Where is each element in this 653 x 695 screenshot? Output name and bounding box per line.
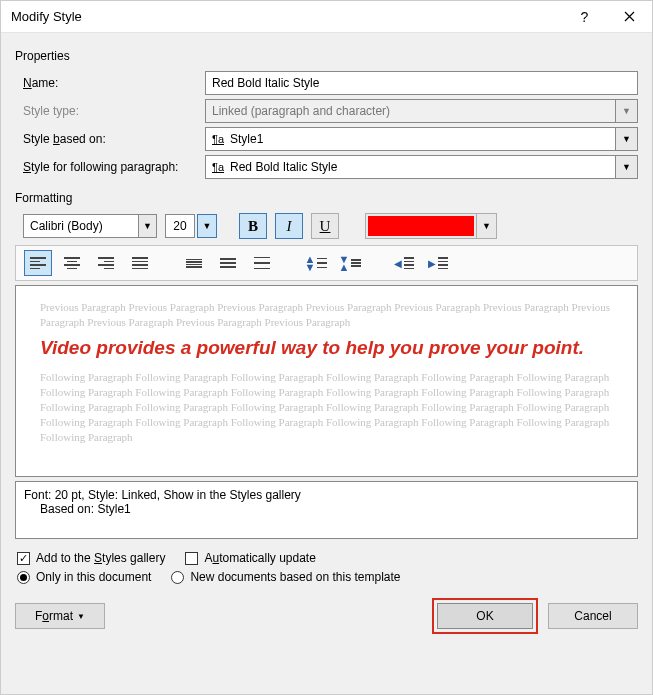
new-docs-radio[interactable]: New documents based on this template — [171, 570, 400, 584]
paragraph-toolbar: ▲▼ ▼▲ ◀ ▶ — [15, 245, 638, 281]
description-line: Based on: Style1 — [24, 502, 629, 516]
bold-button[interactable]: B — [239, 213, 267, 239]
spacing-1-button[interactable] — [180, 250, 208, 276]
cancel-button[interactable]: Cancel — [548, 603, 638, 629]
chevron-down-icon[interactable]: ▼ — [615, 128, 637, 150]
format-button[interactable]: Format ▼ — [15, 603, 105, 629]
preview-sample-text: Video provides a powerful way to help yo… — [40, 336, 613, 361]
chevron-down-icon: ▼ — [615, 100, 637, 122]
only-this-doc-radio[interactable]: Only in this document — [17, 570, 151, 584]
chevron-down-icon[interactable]: ▼ — [476, 214, 496, 238]
following-label: Style for following paragraph: — [15, 160, 205, 174]
ok-highlight: OK — [432, 598, 538, 634]
space-before-inc-button[interactable]: ▲▼ — [302, 250, 330, 276]
ok-button[interactable]: OK — [437, 603, 533, 629]
titlebar: Modify Style ? — [1, 1, 652, 33]
font-size-combo[interactable]: 20 ▼ — [165, 214, 217, 238]
underline-button[interactable]: U — [311, 213, 339, 239]
close-button[interactable] — [607, 1, 652, 33]
checkbox-icon — [185, 552, 198, 565]
window-controls: ? — [562, 1, 652, 33]
type-combo: Linked (paragraph and character) ▼ — [205, 99, 638, 123]
help-button[interactable]: ? — [562, 1, 607, 33]
color-swatch — [366, 214, 476, 238]
font-name-combo[interactable]: Calibri (Body) ▼ — [23, 214, 157, 238]
name-input[interactable] — [205, 71, 638, 95]
spacing-15-button[interactable] — [214, 250, 242, 276]
indent-increase-button[interactable]: ▶ — [424, 250, 452, 276]
font-color-picker[interactable]: ▼ — [365, 213, 497, 239]
based-on-label: Style based on: — [15, 132, 205, 146]
align-right-button[interactable] — [92, 250, 120, 276]
indent-decrease-button[interactable]: ◀ — [390, 250, 418, 276]
align-justify-button[interactable] — [126, 250, 154, 276]
spacing-2-button[interactable] — [248, 250, 276, 276]
style-description: Font: 20 pt, Style: Linked, Show in the … — [15, 481, 638, 539]
window-title: Modify Style — [11, 9, 82, 24]
chevron-down-icon[interactable]: ▼ — [138, 215, 156, 237]
align-center-button[interactable] — [58, 250, 86, 276]
paragraph-icon: ¶a — [212, 133, 224, 145]
italic-button[interactable]: I — [275, 213, 303, 239]
properties-label: Properties — [15, 49, 638, 63]
name-label: Name: — [15, 76, 205, 90]
type-label: Style type: — [15, 104, 205, 118]
auto-update-checkbox[interactable]: Automatically update — [185, 551, 315, 565]
description-line: Font: 20 pt, Style: Linked, Show in the … — [24, 488, 629, 502]
align-left-button[interactable] — [24, 250, 52, 276]
paragraph-icon: ¶a — [212, 161, 224, 173]
modify-style-dialog: Modify Style ? Properties Name: Style ty… — [0, 0, 653, 695]
following-combo[interactable]: ¶aRed Bold Italic Style ▼ — [205, 155, 638, 179]
close-icon — [624, 11, 635, 22]
caret-down-icon: ▼ — [77, 612, 85, 621]
radio-icon — [171, 571, 184, 584]
preview-next-paragraph: Following Paragraph Following Paragraph … — [40, 370, 613, 444]
radio-icon — [17, 571, 30, 584]
space-before-dec-button[interactable]: ▼▲ — [336, 250, 364, 276]
checkbox-icon: ✓ — [17, 552, 30, 565]
based-on-combo[interactable]: ¶aStyle1 ▼ — [205, 127, 638, 151]
add-to-gallery-checkbox[interactable]: ✓ Add to the Styles gallery — [17, 551, 165, 565]
chevron-down-icon[interactable]: ▼ — [197, 214, 217, 238]
preview-prev-paragraph: Previous Paragraph Previous Paragraph Pr… — [40, 300, 613, 330]
preview-pane: Previous Paragraph Previous Paragraph Pr… — [15, 285, 638, 477]
chevron-down-icon[interactable]: ▼ — [615, 156, 637, 178]
formatting-label: Formatting — [15, 191, 638, 205]
